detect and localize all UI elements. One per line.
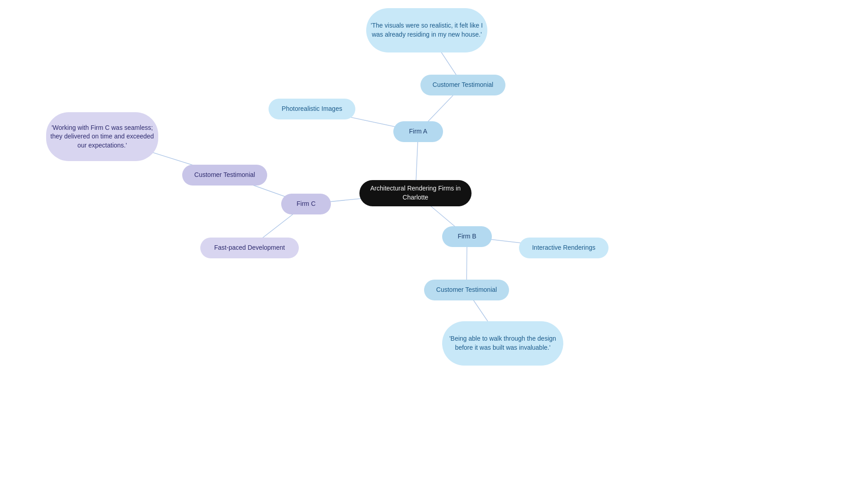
firm-a-label: Firm A	[406, 127, 430, 136]
customer-testimonial-a-node[interactable]: Customer Testimonial	[420, 75, 505, 95]
customer-testimonial-b-node[interactable]: Customer Testimonial	[424, 280, 509, 300]
fast-paced-development-node[interactable]: Fast-paced Development	[200, 238, 299, 258]
interactive-renderings-label: Interactive Renderings	[529, 243, 598, 252]
testimonial-c-label: Customer Testimonial	[192, 171, 258, 180]
quote-a-label: 'The visuals were so realistic, it felt …	[366, 21, 487, 39]
testimonial-b-label: Customer Testimonial	[434, 285, 500, 295]
quote-b-node[interactable]: 'Being able to walk through the design b…	[442, 321, 563, 366]
central-node[interactable]: Architectural Rendering Firms in Charlot…	[359, 180, 472, 206]
quote-a-node[interactable]: 'The visuals were so realistic, it felt …	[366, 8, 487, 52]
interactive-renderings-node[interactable]: Interactive Renderings	[519, 238, 609, 258]
fast-paced-label: Fast-paced Development	[212, 243, 288, 252]
firm-c-node[interactable]: Firm C	[281, 194, 331, 214]
central-node-label: Architectural Rendering Firms in Charlot…	[359, 184, 472, 202]
quote-c-node[interactable]: 'Working with Firm C was seamless; they …	[46, 112, 158, 161]
photorealistic-images-node[interactable]: Photorealistic Images	[269, 99, 355, 119]
firm-c-label: Firm C	[294, 200, 318, 209]
quote-c-label: 'Working with Firm C was seamless; they …	[46, 124, 158, 150]
quote-b-label: 'Being able to walk through the design b…	[442, 334, 563, 352]
customer-testimonial-c-node[interactable]: Customer Testimonial	[182, 165, 267, 186]
firm-b-label: Firm B	[455, 232, 479, 241]
testimonial-a-label: Customer Testimonial	[430, 81, 496, 90]
firm-b-node[interactable]: Firm B	[442, 226, 492, 247]
photorealistic-label: Photorealistic Images	[279, 105, 345, 114]
firm-a-node[interactable]: Firm A	[393, 121, 443, 142]
